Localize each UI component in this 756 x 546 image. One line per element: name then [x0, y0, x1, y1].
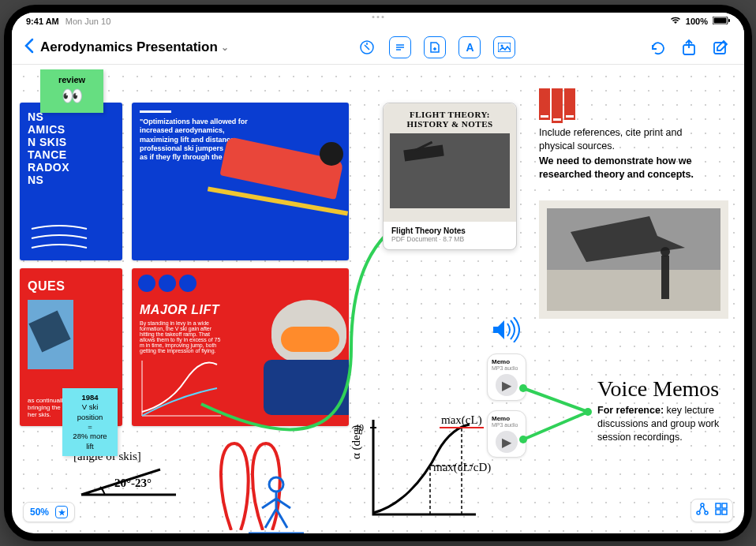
svg-rect-25	[722, 510, 727, 514]
zoom-value: 50%	[30, 507, 49, 518]
doc-cover-title: FLIGHT THEORY:	[390, 110, 510, 119]
compose-button[interactable]	[711, 36, 730, 58]
battery-icon	[713, 17, 730, 26]
text-button[interactable]: A	[458, 36, 481, 58]
lift-coefficient-chart[interactable]: 40 max(cL) max(cL/cD) α (deg)	[351, 412, 485, 533]
add-file-button[interactable]	[424, 36, 446, 58]
svg-point-20	[705, 511, 708, 514]
app-toolbar: Aerodynamics Presentation ⌄ A	[12, 30, 744, 65]
doodle-skier-blue	[241, 475, 312, 533]
skier-helmet	[320, 142, 343, 166]
sticky-note-1984[interactable]: 1984 V ski position = 28% more lift	[62, 388, 118, 456]
lift-chart-icon	[138, 357, 225, 420]
voice-lead: For reference:	[597, 405, 664, 416]
sticky-text: review	[47, 74, 97, 85]
wifi-icon	[670, 17, 681, 26]
skier-closeup	[248, 292, 349, 418]
slide-major-lift-body: By standing in levy in a wide formation,…	[140, 320, 226, 353]
jumper-photo	[28, 300, 73, 369]
multitask-indicator[interactable]	[372, 16, 384, 18]
voice-heading: Voice Memos	[597, 374, 732, 404]
voice-memos-note[interactable]: Voice Memos For reference: key lecture d…	[597, 374, 732, 443]
media-button[interactable]	[493, 36, 515, 58]
voice-memo-1[interactable]: Memo MP3 audio ▶	[487, 353, 526, 401]
references-note[interactable]: Include references, cite print and physi…	[539, 126, 697, 181]
refs-line1: Include references, cite print and physi…	[539, 127, 682, 151]
ipad-device-frame: 9:41 AM Mon Jun 10 100% Aerodynamics Pre…	[4, 5, 752, 541]
chart-annotation-maxcl: max(cL)	[440, 413, 484, 428]
view-controls[interactable]	[691, 499, 733, 522]
chevron-down-icon: ⌄	[221, 42, 229, 53]
svg-point-19	[697, 511, 700, 514]
freeform-canvas[interactable]: review 👀 NS AMICS N SKIS TANCE RADOX NS	[12, 65, 744, 533]
back-button[interactable]	[23, 38, 34, 57]
chart-annotation-maxclcd: max(cL/cD)	[433, 461, 491, 474]
doc-cover-subtitle: HISTORY & NOTES	[390, 119, 510, 129]
screen: 9:41 AM Mon Jun 10 100% Aerodynamics Pre…	[12, 13, 744, 533]
battery-percent: 100%	[686, 17, 708, 26]
svg-rect-16	[661, 256, 669, 299]
status-time: 9:41 AM	[26, 17, 59, 26]
svg-rect-1	[714, 18, 727, 24]
zoom-control[interactable]: 50% ★	[23, 502, 75, 522]
svg-point-17	[661, 247, 670, 256]
grid-view-icon[interactable]	[715, 503, 728, 518]
glider-icon	[403, 145, 443, 162]
svg-rect-23	[722, 503, 727, 508]
play-icon[interactable]: ▶	[496, 431, 518, 453]
ski-variants-icons	[138, 275, 196, 292]
svg-rect-24	[716, 510, 720, 514]
slide-aerodynamics-paradox[interactable]: NS AMICS N SKIS TANCE RADOX NS	[20, 103, 122, 260]
svg-point-21	[701, 503, 704, 507]
svg-rect-22	[716, 503, 720, 508]
doc-file-meta: PDF Document · 8.7 MB	[391, 235, 508, 243]
status-bar: 9:41 AM Mon Jun 10 100%	[12, 13, 744, 30]
svg-point-18	[269, 477, 283, 492]
sticky-note-review[interactable]: review 👀	[40, 69, 103, 113]
angle-value: 20°-23°	[114, 477, 152, 490]
document-flight-theory[interactable]: FLIGHT THEORY: HISTORY & NOTES Flight Th…	[383, 103, 517, 250]
undo-button[interactable]	[648, 36, 667, 58]
board-title[interactable]: Aerodynamics Presentation ⌄	[40, 39, 229, 55]
slide-major-lift[interactable]: MAJOR LIFT By standing in levy in a wide…	[132, 268, 349, 426]
play-icon[interactable]: ▶	[496, 374, 518, 396]
share-button[interactable]	[679, 36, 698, 58]
refs-line2: We need to demonstrate how we researched…	[539, 155, 697, 181]
voice-memo-2[interactable]: Memo MP3 audio ▶	[487, 410, 526, 458]
pen-tool-button[interactable]	[357, 36, 376, 58]
books-illustration	[539, 88, 575, 123]
slide-quote-skier[interactable]: "Optimizations have allowed for increase…	[132, 103, 349, 260]
doc-file-title: Flight Theory Notes	[391, 226, 508, 235]
airflow-icon	[28, 223, 91, 254]
speaker-icon	[492, 317, 520, 346]
status-date: Mon Jun 10	[65, 17, 110, 26]
angle-sketch[interactable]: [angle of skis] 20°-23°	[73, 450, 184, 506]
board-title-text: Aerodynamics Presentation	[40, 39, 218, 55]
historic-glider-photo[interactable]	[539, 200, 728, 319]
svg-rect-2	[728, 19, 730, 22]
slide-ques-title: QUES	[28, 279, 114, 294]
eyes-emoji: 👀	[47, 85, 97, 108]
favorite-icon[interactable]: ★	[55, 506, 68, 518]
svg-point-15	[584, 408, 592, 416]
graph-view-icon[interactable]	[696, 503, 709, 518]
sticky-note-button[interactable]	[389, 36, 411, 58]
chart-ylabel: α (deg)	[350, 425, 363, 459]
